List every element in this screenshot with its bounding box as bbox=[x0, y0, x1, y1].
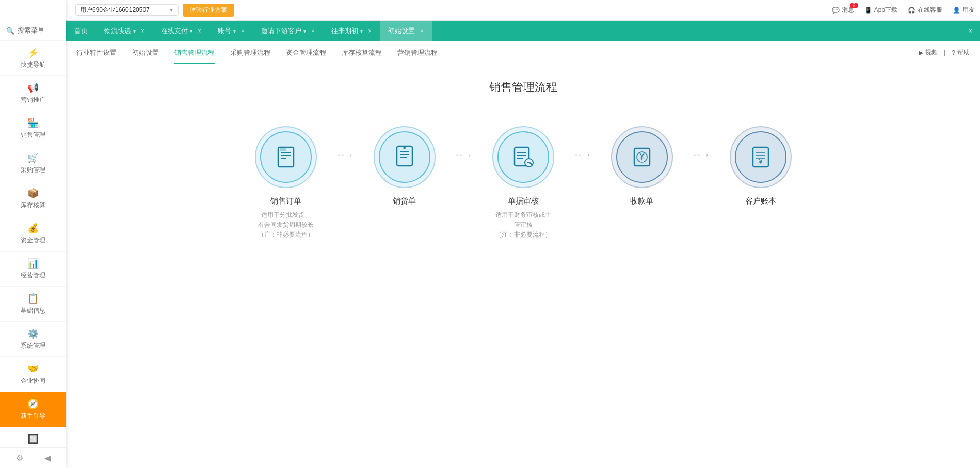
nav-tab-past-period[interactable]: 往来期初 ▾ × bbox=[323, 21, 380, 41]
collapse-btn[interactable]: ◀ bbox=[44, 453, 51, 463]
page-title: 销售管理流程 bbox=[87, 80, 959, 95]
nav-tab-payment[interactable]: 在线支付 ▾ × bbox=[153, 21, 210, 41]
app-center-icon: 🔲 bbox=[27, 433, 39, 445]
flow-circle-voucher-review bbox=[492, 126, 554, 188]
tab-close-icon[interactable]: × bbox=[368, 27, 372, 35]
sales-order-icon bbox=[273, 144, 299, 170]
flow-desc-sales-order: 适用于分批发货、有合同发货周期较长（注：非必要流程） bbox=[258, 210, 314, 240]
ops-mgmt-icon: 📊 bbox=[27, 258, 39, 269]
sales-delivery-icon bbox=[392, 144, 417, 170]
nav-tab-invite-downstream[interactable]: 邀请下游客户 ▾ × bbox=[253, 21, 323, 41]
tab-close-icon[interactable]: × bbox=[241, 27, 245, 35]
message-icon: 💬 bbox=[832, 7, 840, 14]
sidebar-item-basic-info[interactable]: 📋 基础信息 bbox=[0, 287, 66, 322]
flow-diagram: 销售订单 适用于分批发货、有合同发货周期较长（注：非必要流程） - - → bbox=[87, 126, 959, 240]
sidebar-item-quick-nav[interactable]: ⚡ 快捷导航 bbox=[0, 41, 66, 76]
experience-btn[interactable]: 体验行业方案 bbox=[183, 4, 234, 17]
sidebar-item-purchase-mgmt[interactable]: 🛒 采购管理 bbox=[0, 146, 66, 181]
flow-circle-sales-delivery bbox=[374, 126, 436, 188]
sidebar: 🔍 搜索菜单 ⚡ 快捷导航 📢 营销推广 🏪 销售管理 🛒 采购管理 📦 库存核… bbox=[0, 0, 66, 468]
inventory-icon: 📦 bbox=[27, 188, 39, 199]
flow-label-sales-order: 销售订单 bbox=[270, 196, 301, 206]
purchase-mgmt-icon: 🛒 bbox=[27, 152, 39, 164]
flow-circle-sales-order bbox=[255, 126, 317, 188]
sidebar-item-inventory[interactable]: 📦 库存核算 bbox=[0, 181, 66, 216]
sidebar-item-sales-mgmt[interactable]: 🏪 销售管理 bbox=[0, 111, 66, 146]
nav-tab-account[interactable]: 账号 ▾ × bbox=[210, 21, 253, 41]
flow-label-collection: 收款单 bbox=[630, 196, 653, 206]
top-bar: 🌿 畅康通好生意 标准版 用户690企业1660120507 ▼ 体验行业方案 … bbox=[0, 0, 980, 21]
flow-step-collection: ¥ 收款单 bbox=[596, 126, 688, 210]
tab-arrow-icon: ▾ bbox=[233, 28, 236, 34]
main-content: 销售管理流程 销售订单 适用于分批发货、有合同发货周期较长（注：非必要流程） -… bbox=[66, 64, 980, 468]
sidebar-item-finance-mgmt[interactable]: 💰 资金管理 bbox=[0, 216, 66, 252]
sidebar-item-enterprise-coop[interactable]: 🤝 企业协同 bbox=[0, 357, 66, 392]
help-btn[interactable]: ? 帮助 bbox=[952, 48, 970, 57]
sidebar-item-new-guide[interactable]: 🧭 新手引导 bbox=[0, 392, 66, 427]
collection-icon: ¥ bbox=[629, 144, 655, 170]
customer-account-icon: ¥ bbox=[748, 144, 774, 170]
marketing-promo-icon: 📢 bbox=[27, 82, 39, 93]
online-service-btn[interactable]: 🎧 在线客服 bbox=[908, 6, 942, 14]
video-icon: ▶ bbox=[919, 49, 923, 56]
help-icon: ? bbox=[952, 49, 955, 56]
nav-tab-home[interactable]: 首页 bbox=[66, 21, 96, 41]
sub-tabs: 行业特性设置 初始设置 销售管理流程 采购管理流程 资金管理流程 库存核算流程 … bbox=[66, 41, 980, 64]
enterprise-coop-icon: 🤝 bbox=[27, 363, 39, 375]
sys-mgmt-icon: ⚙️ bbox=[27, 328, 39, 339]
tab-close-icon[interactable]: × bbox=[141, 27, 144, 35]
sub-tab-industry-settings[interactable]: 行业特性设置 bbox=[76, 42, 117, 64]
sidebar-item-marketing-promo[interactable]: 📢 营销推广 bbox=[0, 76, 66, 111]
flow-step-customer-account: ¥ 客户账本 bbox=[714, 126, 807, 210]
tab-close-icon[interactable]: × bbox=[311, 27, 315, 35]
top-bar-right: 💬 消息 6 📱 App下载 🎧 在线客服 👤 用友 bbox=[832, 6, 975, 14]
sub-tab-initial-settings[interactable]: 初始设置 bbox=[132, 42, 159, 64]
selector-arrow-icon: ▼ bbox=[169, 7, 174, 13]
svg-rect-4 bbox=[280, 148, 286, 151]
sub-tab-inventory-flow[interactable]: 库存核算流程 bbox=[342, 42, 382, 64]
avatar-icon: 👤 bbox=[953, 7, 960, 14]
message-btn[interactable]: 💬 消息 6 bbox=[832, 6, 854, 14]
video-help-btn[interactable]: ▶ 视频 bbox=[919, 48, 938, 57]
sub-tab-marketing-flow[interactable]: 营销管理流程 bbox=[397, 42, 438, 64]
sidebar-item-sys-mgmt[interactable]: ⚙️ 系统管理 bbox=[0, 322, 66, 357]
sidebar-menu: ⚡ 快捷导航 📢 营销推广 🏪 销售管理 🛒 采购管理 📦 库存核算 💰 资金管… bbox=[0, 41, 66, 447]
user-avatar-btn[interactable]: 👤 用友 bbox=[953, 6, 975, 14]
flow-arrow-4: - - → bbox=[688, 126, 714, 161]
finance-mgmt-icon: 💰 bbox=[27, 223, 39, 234]
flow-arrow-2: - - → bbox=[451, 126, 477, 161]
close-all-tabs-btn[interactable]: × bbox=[961, 26, 980, 36]
svg-point-9 bbox=[404, 147, 406, 149]
sidebar-item-app-center[interactable]: 🔲 应用中心 bbox=[0, 427, 66, 447]
nav-tab-initial-setup[interactable]: 初始设置 × bbox=[380, 21, 432, 41]
flow-circle-customer-account: ¥ bbox=[730, 126, 792, 188]
sidebar-item-ops-mgmt[interactable]: 📊 经营管理 bbox=[0, 252, 66, 287]
flow-step-voucher-review: 单据审核 适用于财务审核或主管审核（注：非必要流程） bbox=[477, 126, 570, 240]
nav-tabs: 首页 物流快递 ▾ × 在线支付 ▾ × 账号 ▾ × 邀请下游客户 ▾ × 往… bbox=[66, 21, 980, 41]
headset-icon: 🎧 bbox=[908, 7, 915, 14]
tab-arrow-icon: ▾ bbox=[360, 28, 363, 34]
nav-tab-logistics[interactable]: 物流快递 ▾ × bbox=[96, 21, 153, 41]
voucher-review-icon bbox=[510, 144, 536, 170]
sub-tab-purchase-flow[interactable]: 采购管理流程 bbox=[230, 42, 270, 64]
flow-label-voucher-review: 单据审核 bbox=[508, 196, 539, 206]
sub-tab-sales-flow[interactable]: 销售管理流程 bbox=[174, 42, 215, 64]
flow-label-sales-delivery: 销货单 bbox=[393, 196, 416, 206]
flow-circle-collection: ¥ bbox=[611, 126, 673, 188]
app-download-btn[interactable]: 📱 App下载 bbox=[864, 6, 897, 14]
search-icon: 🔍 bbox=[6, 27, 14, 35]
settings-gear-btn[interactable]: ⚙ bbox=[16, 453, 23, 463]
sales-mgmt-icon: 🏪 bbox=[27, 117, 39, 129]
quick-nav-icon: ⚡ bbox=[27, 47, 39, 58]
sub-tab-right-actions: ▶ 视频 | ? 帮助 bbox=[919, 48, 970, 57]
company-selector[interactable]: 用户690企业1660120507 ▼ bbox=[75, 4, 179, 16]
sub-tab-finance-flow[interactable]: 资金管理流程 bbox=[286, 42, 326, 64]
tab-close-icon[interactable]: × bbox=[198, 27, 201, 35]
flow-label-customer-account: 客户账本 bbox=[745, 196, 776, 206]
flow-arrow-1: - - → bbox=[332, 126, 358, 161]
sidebar-search[interactable]: 🔍 搜索菜单 bbox=[0, 21, 66, 41]
flow-desc-voucher-review: 适用于财务审核或主管审核（注：非必要流程） bbox=[495, 210, 551, 240]
tab-close-icon[interactable]: × bbox=[420, 27, 424, 35]
basic-info-icon: 📋 bbox=[27, 293, 39, 304]
svg-text:¥: ¥ bbox=[638, 151, 645, 162]
